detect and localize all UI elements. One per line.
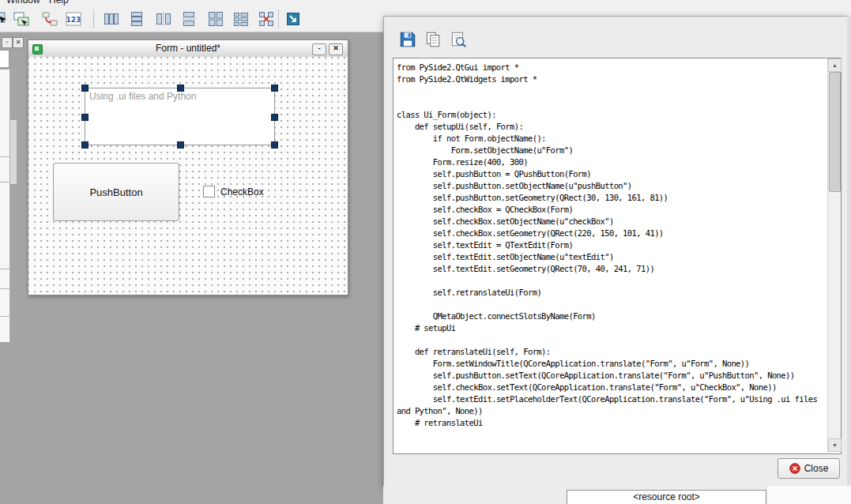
selection-handle[interactable] [271, 141, 278, 149]
qt-designer-screen: Window Help 123 [0, 0, 851, 504]
break-layout-icon[interactable] [258, 10, 275, 28]
close-button[interactable]: ✕ [329, 43, 343, 55]
selection-handle[interactable] [177, 141, 184, 149]
code-scrollbar[interactable]: ▲ ▼ [827, 58, 841, 452]
find-icon[interactable] [449, 30, 468, 49]
screen-edge [847, 16, 851, 486]
svg-text:123: 123 [66, 16, 81, 24]
close-circle-icon [789, 463, 800, 474]
scroll-down-icon[interactable]: ▼ [828, 438, 842, 452]
panel-divider [0, 156, 9, 157]
code-scrollbar-thumb[interactable] [829, 72, 841, 192]
menu-help[interactable]: Help [49, 0, 69, 6]
textedit-widget[interactable]: Using .ui files and Python [85, 88, 275, 145]
dialog-close-button[interactable]: Close [778, 458, 840, 479]
edit-widgets-partial-icon[interactable] [0, 10, 9, 28]
resource-browser-background [767, 486, 851, 504]
scroll-up-icon[interactable]: ▲ [828, 58, 842, 72]
panel-divider [0, 182, 9, 182]
code-view[interactable]: from PySide2.QtGui import * from PySide2… [393, 58, 842, 454]
layout-form-icon[interactable] [232, 10, 250, 28]
layout-horizontal-icon[interactable] [103, 10, 120, 28]
copy-icon[interactable] [424, 30, 442, 49]
adjust-size-icon[interactable] [284, 10, 302, 28]
form-title: Form - untitled* [28, 43, 348, 54]
selection-handle[interactable] [271, 85, 278, 92]
toolbar-separator [278, 9, 279, 28]
layout-grid-icon[interactable] [207, 10, 224, 28]
layout-splitter-vertical-icon[interactable] [180, 10, 198, 28]
resource-root-header[interactable]: <resource root> [567, 490, 766, 504]
minimize-button[interactable]: - [312, 43, 326, 55]
widgetbox-filter-fragment[interactable] [0, 50, 9, 68]
dock-float-button[interactable]: ▫ [2, 37, 13, 48]
checkbox-widget[interactable]: CheckBox [203, 186, 264, 197]
widgetbox-panel-fragment [0, 70, 10, 342]
code-preview-dialog: from PySide2.QtGui import * from PySide2… [383, 16, 848, 487]
pushbutton-widget[interactable]: PushButton [53, 163, 179, 221]
code-text: from PySide2.QtGui import * from PySide2… [393, 58, 827, 452]
panel-divider [0, 269, 9, 269]
form-editor-window: Form - untitled* - ✕ Using .ui files and… [28, 39, 348, 295]
menubar: Window Help [0, 0, 851, 6]
form-canvas[interactable]: Using .ui files and Python PushButton Ch… [28, 57, 348, 295]
menu-window[interactable]: Window [6, 0, 40, 6]
edit-signals-slots-icon[interactable] [41, 10, 58, 28]
selection-handle[interactable] [177, 85, 184, 92]
layout-vertical-icon[interactable] [128, 10, 145, 28]
panel-divider [0, 288, 9, 289]
textedit-placeholder: Using .ui files and Python [89, 91, 196, 102]
edit-tab-order-icon[interactable]: 123 [65, 10, 82, 28]
selection-handle[interactable] [81, 85, 88, 92]
resource-browser-fragment: <resource root> [383, 486, 851, 504]
selection-handle[interactable] [81, 114, 88, 121]
panel-scrollbar-thumb[interactable] [10, 70, 17, 120]
form-titlebar[interactable]: Form - untitled* - ✕ [28, 40, 348, 58]
panel-divider [0, 316, 9, 317]
checkbox-indicator[interactable] [203, 186, 215, 197]
checkbox-label: CheckBox [220, 186, 264, 197]
save-icon[interactable] [398, 30, 417, 49]
layout-splitter-horizontal-icon[interactable] [155, 10, 172, 28]
toolbar-separator [93, 9, 94, 28]
selection-handle[interactable] [271, 114, 278, 121]
edit-widgets-icon[interactable] [13, 10, 30, 28]
selection-handle[interactable] [81, 141, 88, 149]
dock-close-button[interactable]: ✕ [13, 37, 24, 48]
close-button-label: Close [804, 463, 829, 474]
panel-scrollbar[interactable] [10, 70, 17, 184]
